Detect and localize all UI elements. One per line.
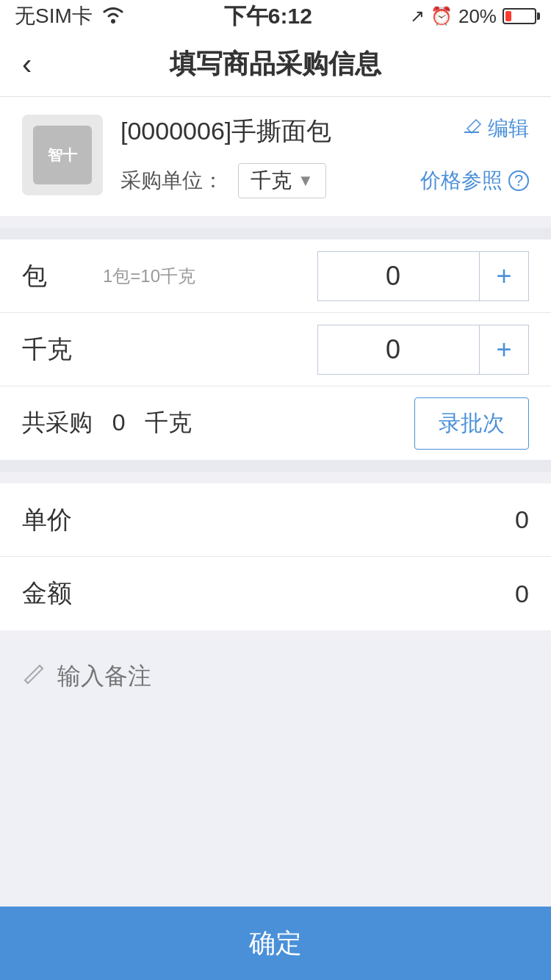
kg-input[interactable] (317, 325, 479, 375)
summary-value: 0 (112, 409, 126, 436)
summary-prefix: 共采购 (22, 409, 93, 436)
unit-select[interactable]: 千克 ▼ (238, 163, 326, 198)
edit-button[interactable]: 编辑 (463, 115, 529, 143)
remark-section (0, 642, 551, 713)
unit-price-label: 单价 (22, 503, 72, 537)
remark-input[interactable] (57, 663, 529, 690)
status-time: 下午6:12 (224, 1, 312, 32)
summary-unit: 千克 (145, 409, 192, 436)
section-divider-1 (0, 228, 551, 239)
pack-plus-button[interactable]: + (479, 251, 529, 301)
alarm-icon: ⏰ (431, 6, 453, 26)
location-icon: ↗ (410, 6, 425, 26)
pack-row: 包 1包=10千克 + (0, 239, 551, 313)
product-thumbnail: 智十 (22, 115, 103, 195)
product-header: [0000006]手撕面包 编辑 (120, 115, 529, 148)
product-unit-row: 采购单位： 千克 ▼ 价格参照 ? (120, 163, 529, 198)
product-info: [0000006]手撕面包 编辑 采购单位： 千克 ▼ 价格参照 ? (120, 115, 529, 198)
quantity-form-section: 包 1包=10千克 + 千克 + (0, 239, 551, 386)
svg-point-0 (111, 19, 115, 24)
pack-label: 包 (22, 259, 96, 293)
price-reference-button[interactable]: 价格参照 ? (420, 167, 529, 195)
confirm-button[interactable]: 确定 (0, 907, 551, 980)
product-thumb-text: 智十 (33, 126, 92, 184)
summary-text: 共采购 0 千克 (22, 407, 192, 439)
edit-label: 编辑 (488, 115, 529, 143)
unit-price-value: 0 (515, 505, 529, 534)
dropdown-icon: ▼ (298, 171, 314, 190)
unit-price-row: 单价 0 (0, 483, 551, 557)
status-right: ↗ ⏰ 20% (410, 5, 536, 28)
pack-sublabel: 1包=10千克 (103, 264, 317, 288)
section-divider-2 (0, 460, 551, 472)
carrier-text: 无SIM卡 (15, 2, 93, 30)
battery-percent: 20% (458, 5, 497, 28)
status-left: 无SIM卡 (15, 2, 126, 30)
price-section: 单价 0 金额 0 (0, 483, 551, 630)
price-ref-help-icon: ? (508, 170, 529, 191)
summary-row: 共采购 0 千克 录批次 (0, 386, 551, 460)
nav-bar: ‹ 填写商品采购信息 (0, 32, 551, 97)
kg-label: 千克 (22, 333, 96, 367)
pack-input[interactable] (317, 251, 479, 301)
battery-icon (503, 8, 536, 24)
kg-input-wrap: + (317, 325, 529, 375)
wifi-icon (100, 4, 126, 29)
page-title: 填写商品采购信息 (170, 46, 381, 82)
kg-row: 千克 + (0, 313, 551, 386)
back-button[interactable]: ‹ (22, 48, 32, 81)
amount-row: 金额 0 (0, 557, 551, 630)
status-bar: 无SIM卡 下午6:12 ↗ ⏰ 20% (0, 0, 551, 32)
price-ref-label: 价格参照 (420, 167, 503, 195)
record-batch-button[interactable]: 录批次 (414, 397, 529, 450)
amount-value: 0 (515, 580, 529, 608)
unit-label: 采购单位： (120, 167, 223, 195)
unit-value: 千克 (251, 167, 292, 195)
product-card: 智十 [0000006]手撕面包 编辑 采购单位： 千克 ▼ 价格参照 ? (0, 97, 551, 216)
product-name: [0000006]手撕面包 (120, 115, 331, 148)
empty-space (0, 713, 551, 933)
pack-input-wrap: + (317, 251, 529, 301)
pencil-icon (22, 663, 46, 692)
kg-plus-button[interactable]: + (479, 325, 529, 375)
amount-label: 金额 (22, 577, 72, 610)
